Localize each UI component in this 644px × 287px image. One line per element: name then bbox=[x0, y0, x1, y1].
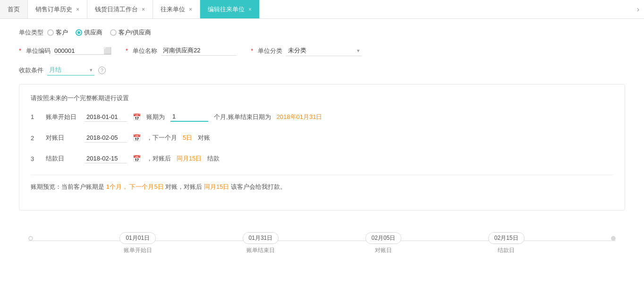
radio-customer-supplier[interactable]: 客户/供应商 bbox=[110, 28, 151, 37]
tab-cash-work-close[interactable]: × bbox=[142, 6, 145, 13]
timeline-label-1: 账单开始日 bbox=[124, 246, 152, 254]
setting-row-3-suffix2: 结款 bbox=[207, 154, 220, 163]
setting-row-2-date[interactable] bbox=[85, 133, 127, 143]
unit-code-input[interactable] bbox=[54, 47, 102, 54]
unit-category-arrow-icon: ▾ bbox=[357, 48, 360, 54]
main-content: 单位类型 客户 供应商 客户/供应商 * 单位编码 bbox=[0, 19, 644, 287]
tab-partner-units-close[interactable]: × bbox=[189, 6, 192, 13]
setting-row-3-num: 3 bbox=[31, 155, 40, 162]
preview-reconcile-suffix: 对账，对账后 bbox=[165, 183, 202, 190]
setting-row-3-field: 结款日 bbox=[46, 154, 79, 163]
timeline-node-2: 01月31日 账单结束日 bbox=[243, 232, 279, 244]
setting-row-1-mid: 账期为 bbox=[146, 113, 165, 121]
radio-supplier[interactable]: 供应商 bbox=[76, 28, 102, 37]
tab-more-arrow[interactable]: › bbox=[632, 0, 644, 18]
timeline-badge-3: 02月05日 bbox=[365, 232, 402, 244]
unit-type-label: 单位类型 bbox=[19, 28, 43, 37]
setting-row-3-cal-icon[interactable]: 📅 bbox=[133, 155, 141, 162]
settings-description: 请按照未来的一个完整帐期进行设置 bbox=[31, 94, 613, 102]
tab-bar: 首页 销售订单历史 × 钱货日清工作台 × 往来单位 × 编辑往来单位 × › bbox=[0, 0, 644, 19]
preview-period: 1个月， bbox=[106, 183, 128, 190]
timeline-label-3: 对账日 bbox=[375, 246, 392, 254]
radio-group-unit-type: 客户 供应商 客户/供应商 bbox=[47, 28, 151, 37]
tab-sales-order-history-label: 销售订单历史 bbox=[35, 5, 72, 14]
tab-cash-work-label: 钱货日清工作台 bbox=[95, 5, 138, 14]
timeline-badge-4: 02月15日 bbox=[488, 232, 525, 244]
unit-category-value: 未分类 bbox=[288, 46, 306, 55]
unit-info-row: * 单位编码 ⬜ * 单位名称 * 单位分类 未分类 ▾ bbox=[19, 45, 625, 56]
setting-row-3-highlight: 同月15日 bbox=[177, 154, 202, 163]
timeline-label-2: 账单结束日 bbox=[246, 246, 275, 254]
help-icon[interactable]: ? bbox=[98, 67, 106, 74]
tab-home-label: 首页 bbox=[8, 5, 20, 14]
unit-code-input-wrapper: ⬜ bbox=[54, 47, 111, 55]
payment-terms-row: 收款条件 月结 ▾ ? bbox=[19, 65, 625, 76]
unit-code-group: * 单位编码 ⬜ bbox=[19, 47, 111, 55]
preview-label: 账期预览：当前客户账期是 bbox=[31, 183, 104, 190]
payment-terms-select[interactable]: 月结 ▾ bbox=[47, 65, 94, 76]
tab-edit-partner[interactable]: 编辑往来单位 × bbox=[200, 0, 260, 18]
unit-name-label: 单位名称 bbox=[133, 47, 157, 55]
radio-customer-label: 客户 bbox=[56, 28, 68, 37]
unit-category-group: * 单位分类 未分类 ▾ bbox=[251, 45, 362, 56]
radio-customer[interactable]: 客户 bbox=[47, 28, 68, 37]
timeline-node-1: 01月01日 账单开始日 bbox=[119, 232, 156, 244]
settings-section: 请按照未来的一个完整帐期进行设置 1 账单开始日 📅 账期为 个月,账单结束日期… bbox=[19, 84, 625, 211]
unit-name-required: * bbox=[126, 47, 128, 54]
unit-name-input[interactable] bbox=[161, 46, 237, 56]
setting-row-1-field: 账单开始日 bbox=[46, 113, 79, 121]
setting-row-1-end-date: 2018年01月31日 bbox=[277, 113, 322, 121]
timeline-line bbox=[28, 240, 616, 241]
payment-terms-label: 收款条件 bbox=[19, 66, 43, 75]
preview-text: 账期预览：当前客户账期是 1个月， 下一个月5日 对账，对账后 同月15日 该客… bbox=[31, 183, 613, 191]
setting-row-1-cal-icon[interactable]: 📅 bbox=[133, 113, 141, 121]
unit-code-label: 单位编码 bbox=[26, 47, 51, 55]
divider bbox=[31, 175, 613, 175]
setting-row-1-num: 1 bbox=[31, 113, 40, 120]
timeline-end-dot bbox=[611, 236, 616, 241]
setting-row-1-date[interactable] bbox=[85, 112, 127, 122]
tab-sales-order-history-close[interactable]: × bbox=[76, 6, 79, 13]
payment-terms-group: 收款条件 月结 ▾ ? bbox=[19, 65, 106, 76]
timeline: 01月01日 账单开始日 01月31日 账单结束日 02月05日 对账日 02月… bbox=[28, 223, 616, 258]
setting-row-2-cal-icon[interactable]: 📅 bbox=[133, 134, 141, 142]
setting-row-2-highlight: 5日 bbox=[183, 134, 192, 142]
timeline-section: 01月01日 账单开始日 01月31日 账单结束日 02月05日 对账日 02月… bbox=[19, 215, 625, 258]
tab-partner-units[interactable]: 往来单位 × bbox=[153, 0, 200, 18]
timeline-badge-1: 01月01日 bbox=[119, 232, 156, 244]
tab-edit-partner-close[interactable]: × bbox=[248, 6, 252, 13]
timeline-label-4: 结款日 bbox=[498, 246, 515, 254]
preview-reconcile: 下一个月5日 bbox=[129, 183, 163, 190]
timeline-badge-2: 01月31日 bbox=[243, 232, 279, 244]
unit-code-copy-icon[interactable]: ⬜ bbox=[103, 47, 111, 54]
setting-row-2-suffix2: 对账 bbox=[198, 134, 210, 142]
timeline-node-3: 02月05日 对账日 bbox=[365, 232, 402, 244]
setting-row-1: 1 账单开始日 📅 账期为 个月,账单结束日期为 2018年01月31日 bbox=[31, 112, 613, 122]
tab-edit-partner-label: 编辑往来单位 bbox=[208, 5, 245, 14]
radio-customer-circle bbox=[47, 29, 54, 36]
radio-supplier-label: 供应商 bbox=[84, 28, 102, 37]
preview-payment-suffix: 该客户会给我打款。 bbox=[231, 183, 286, 190]
tab-partner-units-label: 往来单位 bbox=[161, 5, 185, 14]
radio-customer-supplier-label: 客户/供应商 bbox=[119, 28, 151, 37]
unit-category-select[interactable]: 未分类 ▾ bbox=[286, 45, 362, 56]
unit-name-group: * 单位名称 bbox=[126, 46, 237, 56]
unit-category-label: 单位分类 bbox=[258, 47, 282, 55]
tab-cash-work[interactable]: 钱货日清工作台 × bbox=[87, 0, 153, 18]
period-input[interactable] bbox=[170, 112, 208, 122]
setting-row-2-num: 2 bbox=[31, 135, 40, 142]
unit-type-group: 单位类型 客户 供应商 客户/供应商 bbox=[19, 28, 151, 37]
timeline-start-dot bbox=[28, 236, 33, 241]
unit-type-row: 单位类型 客户 供应商 客户/供应商 bbox=[19, 28, 625, 37]
setting-row-3: 3 结款日 📅 ，对账后 同月15日 结款 bbox=[31, 154, 613, 163]
timeline-node-4: 02月15日 结款日 bbox=[488, 232, 525, 244]
tab-sales-order-history[interactable]: 销售订单历史 × bbox=[28, 0, 87, 18]
setting-row-3-suffix: ，对账后 bbox=[146, 154, 171, 163]
tab-home[interactable]: 首页 bbox=[0, 0, 28, 18]
setting-row-2: 2 对账日 📅 ，下一个月 5日 对账 bbox=[31, 133, 613, 143]
setting-row-3-date[interactable] bbox=[85, 154, 127, 163]
payment-terms-value: 月结 bbox=[49, 66, 61, 74]
setting-row-2-field: 对账日 bbox=[46, 134, 79, 142]
radio-customer-supplier-circle bbox=[110, 29, 117, 36]
unit-code-required: * bbox=[19, 47, 21, 54]
